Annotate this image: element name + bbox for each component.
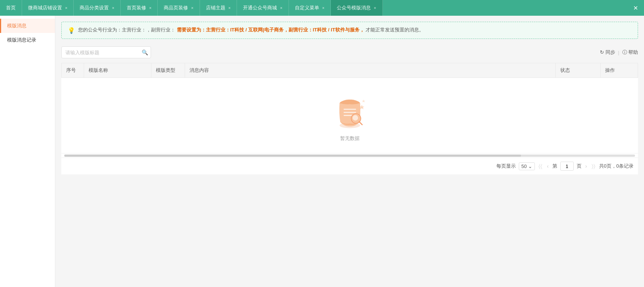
tab-product-category[interactable]: 商品分类设置 × [74, 0, 120, 16]
page-label-suffix: 页 [577, 163, 582, 170]
empty-text: 暂无数据 [61, 135, 638, 142]
table-header-row: 序号 模版名称 模版类型 消息内容 状态 操作 [62, 63, 638, 78]
tab-wshop-settings[interactable]: 微商城店铺设置 × [22, 0, 74, 16]
tab-template-msg-label: 公众号模版消息 [337, 4, 371, 11]
tab-custom-menu-close[interactable]: × [322, 6, 324, 10]
sidebar-item-template-message-label: 模版消息 [7, 23, 27, 28]
svg-line-6 [359, 122, 362, 125]
page-size-value: 50 [521, 164, 527, 169]
help-button[interactable]: ⓘ 帮助 [622, 49, 638, 56]
tab-product-decor-close[interactable]: × [191, 6, 193, 10]
notice-box: 💡 您的公众号行业为：主营行业：，副营行业： 需要设置为：主营行业：IT科技 /… [61, 22, 638, 39]
help-circle-icon: ⓘ [622, 49, 627, 56]
total-text: 共0页，0条记录 [599, 163, 634, 170]
search-bar: 🔍 ↻ 同步 | ⓘ 帮助 [61, 46, 638, 58]
tab-open-mall[interactable]: 开通公众号商城 × [237, 0, 289, 16]
search-input[interactable] [61, 46, 151, 58]
notice-text-before: 您的公众号行业为：主营行业：，副营行业： [78, 27, 175, 33]
col-seq: 序号 [62, 63, 84, 78]
tab-wshop-settings-label: 微商城店铺设置 [28, 4, 62, 11]
main-layout: 模版消息 模版消息记录 💡 您的公众号行业为：主营行业：，副营行业： 需要设置为… [0, 16, 644, 287]
svg-point-5 [352, 115, 358, 121]
data-table: 序号 模版名称 模版类型 消息内容 状态 操作 [61, 63, 638, 78]
notice-text: 您的公众号行业为：主营行业：，副营行业： 需要设置为：主营行业：IT科技 / 互… [78, 27, 424, 33]
tab-home[interactable]: 首页 [0, 0, 22, 16]
tab-custom-menu-label: 自定义菜单 [295, 4, 319, 11]
col-content: 消息内容 [185, 63, 556, 78]
tab-shop-theme-label: 店铺主题 [206, 4, 225, 11]
scrollbar-area[interactable] [61, 153, 638, 158]
page-size-select[interactable]: 50 ⌄ [519, 162, 535, 170]
page-label-prefix: 第 [552, 163, 557, 170]
page-size-chevron-icon: ⌄ [528, 164, 532, 169]
notice-text-after: 才能正常发送预置的消息。 [366, 27, 424, 33]
tab-template-msg-close[interactable]: × [374, 6, 376, 10]
page-size-label: 每页显示 [496, 163, 516, 170]
tab-home-decor-label: 首页装修 [127, 4, 146, 11]
scrollbar-thumb[interactable] [64, 155, 521, 157]
search-icon[interactable]: 🔍 [142, 49, 148, 55]
sync-button[interactable]: ↻ 同步 [600, 49, 615, 56]
content-area: 💡 您的公众号行业为：主营行业：，副营行业： 需要设置为：主营行业：IT科技 /… [55, 16, 644, 287]
tab-open-mall-label: 开通公众号商城 [243, 4, 277, 11]
page-input[interactable] [560, 162, 574, 171]
col-action: 操作 [601, 63, 638, 78]
notice-highlight: 需要设置为：主营行业：IT科技 / 互联网|电子商务，副营行业：IT科技 / I… [177, 27, 364, 33]
empty-illustration [329, 93, 370, 134]
sidebar-item-template-record[interactable]: 模版消息记录 [0, 33, 55, 47]
tab-open-mall-close[interactable]: × [280, 6, 282, 10]
topbar: 首页 微商城店铺设置 × 商品分类设置 × 首页装修 × 商品页装修 × 店铺主… [0, 0, 644, 16]
tab-home-decor[interactable]: 首页装修 × [121, 0, 158, 16]
col-type: 模版类型 [151, 63, 185, 78]
close-all-button[interactable]: ✕ [627, 4, 644, 12]
col-status: 状态 [556, 63, 601, 78]
pagination-last-button[interactable]: 〉〉 [591, 163, 596, 170]
tab-product-decor[interactable]: 商品页装修 × [158, 0, 200, 16]
pagination: 每页显示 50 ⌄ 〈〈 ‹ 第 页 › 〉〉 共0页，0条记录 [61, 158, 638, 174]
tab-shop-theme[interactable]: 店铺主题 × [200, 0, 237, 16]
pagination-first-button[interactable]: 〈〈 [538, 163, 543, 170]
empty-state: 暂无数据 [61, 78, 638, 153]
col-name: 模版名称 [84, 63, 151, 78]
sidebar-item-template-record-label: 模版消息记录 [7, 37, 36, 43]
tab-template-msg[interactable]: 公众号模版消息 × [331, 0, 382, 16]
toolbar-divider: | [618, 50, 619, 55]
scrollbar-track[interactable] [64, 155, 635, 157]
tab-shop-theme-close[interactable]: × [228, 6, 231, 10]
tab-product-decor-label: 商品页装修 [164, 4, 188, 11]
tab-product-category-label: 商品分类设置 [80, 4, 109, 11]
search-input-wrap: 🔍 [61, 46, 151, 58]
tab-product-category-close[interactable]: × [112, 6, 114, 10]
tab-home-label: 首页 [6, 4, 16, 11]
pagination-next-button[interactable]: › [585, 163, 588, 169]
sidebar: 模版消息 模版消息记录 [0, 16, 55, 287]
pagination-prev-button[interactable]: ‹ [546, 163, 549, 169]
toolbar-right: ↻ 同步 | ⓘ 帮助 [600, 49, 638, 56]
close-all-icon: ✕ [633, 5, 638, 11]
tab-custom-menu[interactable]: 自定义菜单 × [289, 0, 331, 16]
tab-home-decor-close[interactable]: × [149, 6, 151, 10]
tab-wshop-settings-close[interactable]: × [65, 6, 67, 10]
sidebar-item-template-message[interactable]: 模版消息 [0, 19, 55, 33]
notice-icon: 💡 [68, 27, 75, 34]
